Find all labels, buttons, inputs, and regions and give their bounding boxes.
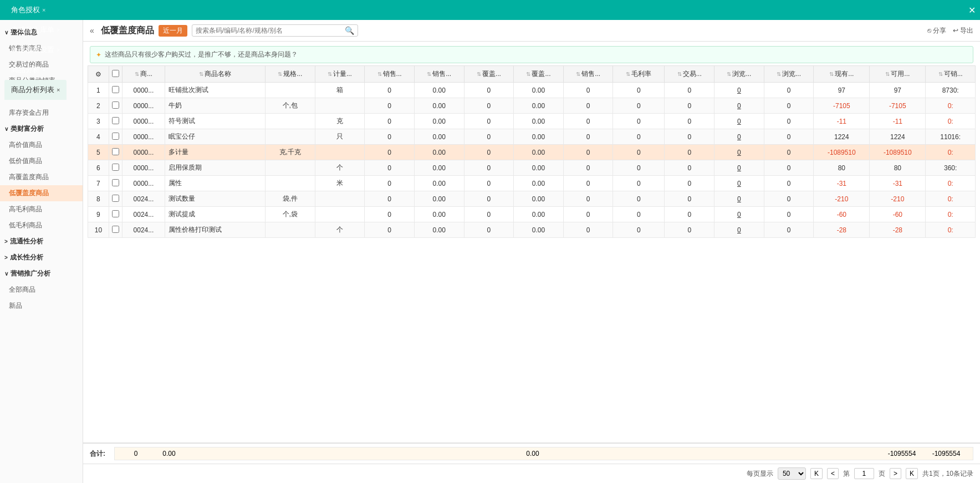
row-checkbox[interactable] (109, 160, 122, 176)
row-cell-12: 0 (665, 191, 714, 207)
sidebar-section-4[interactable]: ∨营销推广分析 (0, 266, 83, 282)
select-all-checkbox[interactable] (112, 70, 119, 77)
row-cell-8: 0 (464, 176, 514, 191)
time-filter-button[interactable]: 近一月 (159, 25, 187, 37)
row-cell-15: -60 (814, 207, 870, 222)
col-current[interactable]: ⇅现有... (814, 66, 870, 83)
sidebar-item-全部商品[interactable]: 全部商品 (0, 282, 83, 298)
row-index[interactable]: 5 (88, 145, 109, 160)
col-available[interactable]: ⇅可用... (870, 66, 926, 83)
sidebar-section-1[interactable]: ∨类财富分析 (0, 121, 83, 137)
row-checkbox[interactable] (109, 98, 122, 114)
table-row: 50000...多计量克,千克00.0000.0000000-1089510-1… (88, 145, 976, 160)
table-row: 70000...属性米00.0000.0000000-31-310: (88, 176, 976, 191)
col-margin[interactable]: ⇅毛利率 (613, 66, 665, 83)
sidebar-item-库存资金占用[interactable]: 库存资金占用 (0, 105, 83, 121)
row-index[interactable]: 9 (88, 207, 109, 222)
nav-tab-产成品入库单[interactable]: 产成品入库单 × (4, 20, 67, 40)
row-index[interactable]: 8 (88, 191, 109, 207)
row-cell-14: 0 (764, 129, 814, 145)
nav-tab-商品分析[interactable]: 商品分析 × (4, 60, 67, 80)
table-wrapper[interactable]: ⚙ ⇅商... ⇅商品名称 ⇅规格... ⇅计量... ⇅销售... ⇅销售..… (83, 65, 980, 443)
col-name[interactable]: ⇅商品名称 (165, 66, 266, 83)
search-input[interactable] (196, 27, 345, 34)
tab-close-icon[interactable]: × (42, 67, 45, 73)
row-cell-5: 米 (315, 176, 365, 191)
sidebar-item-高价值商品[interactable]: 高价值商品 (0, 137, 83, 153)
sidebar-item-低价值商品[interactable]: 低价值商品 (0, 153, 83, 169)
row-cell-11: 0 (613, 176, 665, 191)
sidebar-section-2[interactable]: >流通性分析 (0, 233, 83, 250)
col-sales1[interactable]: ⇅销售... (365, 66, 415, 83)
row-checkbox[interactable] (109, 83, 122, 98)
settings-icon[interactable]: ⚙ (95, 70, 101, 78)
app-container: 首页销货单 ×进货单 ×权限设置 ×角色授权 ×产成品入库单 ×单据模板设置 ×… (0, 0, 980, 483)
col-sales3[interactable]: ⇅销售... (563, 66, 613, 83)
sidebar-item-新品[interactable]: 新品 (0, 298, 83, 314)
col-browse1[interactable]: ⇅浏览... (714, 66, 764, 83)
content-header: « 低覆盖度商品 近一月 🔍 ⎋ 分享 ↩ 导出 (83, 20, 980, 42)
row-checkbox[interactable] (109, 222, 122, 238)
col-coverage1[interactable]: ⇅覆盖... (464, 66, 514, 83)
row-cell-9: 0.00 (514, 114, 564, 129)
row-checkbox[interactable] (109, 176, 122, 191)
sidebar-item-高覆盖度商品[interactable]: 高覆盖度商品 (0, 169, 83, 185)
tab-close-icon[interactable]: × (42, 7, 45, 13)
sidebar-item-高毛利商品[interactable]: 高毛利商品 (0, 201, 83, 217)
footer-c2: 0.00 (516, 450, 549, 457)
row-cell-16: -1089510 (870, 145, 926, 160)
row-cell-12: 0 (665, 176, 714, 191)
col-coverage2[interactable]: ⇅覆盖... (514, 66, 564, 83)
row-checkbox[interactable] (109, 129, 122, 145)
tab-close-icon[interactable]: × (57, 47, 60, 53)
settings-col-header[interactable]: ⚙ (88, 66, 109, 83)
row-index[interactable]: 2 (88, 98, 109, 114)
col-code[interactable]: ⇅商... (122, 66, 165, 83)
row-index[interactable]: 4 (88, 129, 109, 145)
share-button[interactable]: ⎋ 分享 (927, 26, 946, 35)
content-area: « 低覆盖度商品 近一月 🔍 ⎋ 分享 ↩ 导出 (83, 20, 980, 483)
checkbox-col-header[interactable] (109, 66, 122, 83)
nav-tab-商品分析列表[interactable]: 商品分析列表 × (4, 80, 67, 100)
tab-close-icon[interactable]: × (57, 87, 60, 93)
sidebar-section-3[interactable]: >成长性分析 (0, 250, 83, 266)
col-unit[interactable]: ⇅计量... (315, 66, 365, 83)
page-input[interactable] (854, 468, 874, 479)
row-checkbox[interactable] (109, 207, 122, 222)
col-spec[interactable]: ⇅规格... (265, 66, 315, 83)
first-page-button[interactable]: K (810, 468, 823, 479)
sidebar-item-低覆盖度商品[interactable]: 低覆盖度商品 (0, 185, 83, 201)
row-index[interactable]: 7 (88, 176, 109, 191)
col-tx[interactable]: ⇅交易... (665, 66, 714, 83)
total-label: 合计: (90, 449, 105, 459)
col-saleable[interactable]: ⇅可销... (926, 66, 976, 83)
nav-tab-单据模板设置[interactable]: 单据模板设置 × (4, 40, 67, 60)
export-icon: ↩ (953, 27, 958, 34)
row-checkbox[interactable] (109, 145, 122, 160)
row-index[interactable]: 3 (88, 114, 109, 129)
row-cell-12: 0 (665, 98, 714, 114)
row-checkbox[interactable] (109, 114, 122, 129)
row-index[interactable]: 1 (88, 83, 109, 98)
sidebar-item-低毛利商品[interactable]: 低毛利商品 (0, 217, 83, 233)
last-page-button[interactable]: K (906, 468, 918, 479)
row-checkbox[interactable] (109, 191, 122, 207)
row-cell-2: 0024... (122, 222, 165, 238)
col-sales2[interactable]: ⇅销售... (414, 66, 464, 83)
prev-page-button[interactable]: < (827, 468, 839, 479)
next-page-button[interactable]: > (890, 468, 901, 479)
row-index[interactable]: 6 (88, 160, 109, 176)
export-button[interactable]: ↩ 导出 (953, 26, 973, 35)
row-cell-17: 0: (926, 176, 976, 191)
nav-tab-角色授权[interactable]: 角色授权 × (4, 0, 67, 20)
section-label: 成长性分析 (10, 253, 43, 262)
page-size-select[interactable]: 50 20 100 (778, 467, 806, 480)
section-arrow-icon: ∨ (4, 271, 8, 277)
tab-close-icon[interactable]: × (57, 27, 60, 33)
col-browse2[interactable]: ⇅浏览... (764, 66, 814, 83)
row-index[interactable]: 10 (88, 222, 109, 238)
row-product-name: 测试数量 (165, 191, 266, 207)
collapse-sidebar-button[interactable]: « (90, 26, 94, 35)
row-cell-13: 0 (714, 114, 764, 129)
close-app-button[interactable]: ✕ (968, 5, 976, 16)
